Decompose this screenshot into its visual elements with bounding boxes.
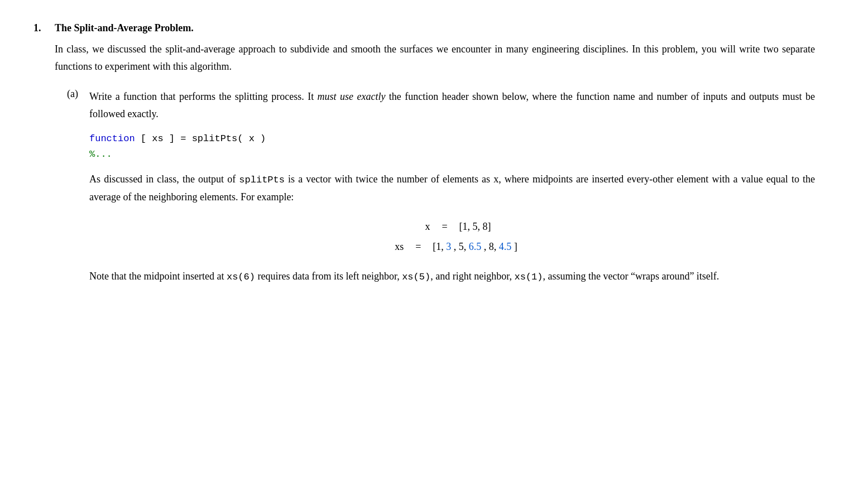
desc-text1: As discussed in class, the output of bbox=[89, 174, 239, 185]
problem-title: The Split-and-Average Problem. bbox=[55, 22, 194, 34]
problem-container: 1. The Split-and-Average Problem. In cla… bbox=[33, 22, 815, 286]
sub-label-a: (a) bbox=[67, 88, 83, 286]
sub-problem-a: (a) Write a function that performs the s… bbox=[67, 88, 815, 286]
example-row-x: x = [1, 5, 8] bbox=[89, 216, 815, 237]
code-line2: %... bbox=[89, 147, 815, 162]
sub-problem-header: (a) Write a function that performs the s… bbox=[67, 88, 815, 286]
note-text1: Note that the midpoint inserted at bbox=[89, 271, 227, 282]
example-xs-var: xs bbox=[387, 237, 404, 257]
code-line1-rest: [ xs ] = splitPts( x ) bbox=[135, 133, 266, 144]
example-block: x = [1, 5, 8] xs = [1, 3 , 5, 6.5 , 8, bbox=[89, 216, 815, 257]
problem-header: 1. The Split-and-Average Problem. bbox=[33, 22, 815, 34]
example-x-var: x bbox=[414, 216, 430, 237]
xs-blue2: 6.5 bbox=[469, 241, 482, 252]
example-xs-val: [1, 3 , 5, 6.5 , 8, 4.5 ] bbox=[433, 237, 517, 257]
description-text: As discussed in class, the output of spl… bbox=[89, 171, 815, 205]
example-row-xs: xs = [1, 3 , 5, 6.5 , 8, 4.5 ] bbox=[89, 237, 815, 257]
xs-mid1: , 5, bbox=[454, 241, 467, 252]
problem-intro: In class, we discussed the split-and-ave… bbox=[55, 41, 815, 75]
xs-mid2: , 8, bbox=[484, 241, 497, 252]
code-line1: function [ xs ] = splitPts( x ) bbox=[89, 131, 815, 146]
note-inline2: xs(5) bbox=[402, 272, 430, 282]
note-text4: , assuming the vector “wraps around” its… bbox=[543, 271, 719, 282]
xs-pre: [1, bbox=[433, 241, 444, 252]
example-x-val: [1, 5, 8] bbox=[459, 216, 491, 237]
sub-intro-text1: Write a function that performs the split… bbox=[89, 91, 318, 102]
code-block: function [ xs ] = splitPts( x ) %... bbox=[89, 131, 815, 161]
xs-blue1: 3 bbox=[446, 241, 451, 252]
example-xs-eq: = bbox=[413, 237, 424, 257]
note-inline3: xs(1) bbox=[514, 272, 543, 282]
note-text: Note that the midpoint inserted at xs(6)… bbox=[89, 268, 815, 286]
problem-number: 1. bbox=[33, 22, 49, 34]
xs-blue3: 4.5 bbox=[499, 241, 512, 252]
sub-problem-intro: Write a function that performs the split… bbox=[89, 88, 815, 286]
note-text3: , and right neighbor, bbox=[430, 271, 514, 282]
note-text2: requires data from its left neighbor, bbox=[255, 271, 402, 282]
code-keyword: function bbox=[89, 133, 135, 144]
note-inline1: xs(6) bbox=[227, 272, 255, 282]
sub-intro-italic: must use exactly bbox=[318, 91, 386, 102]
xs-post: ] bbox=[514, 241, 517, 252]
code-comment: %... bbox=[89, 149, 112, 160]
desc-inline-code: splitPts bbox=[239, 175, 285, 185]
example-x-eq: = bbox=[439, 216, 450, 237]
